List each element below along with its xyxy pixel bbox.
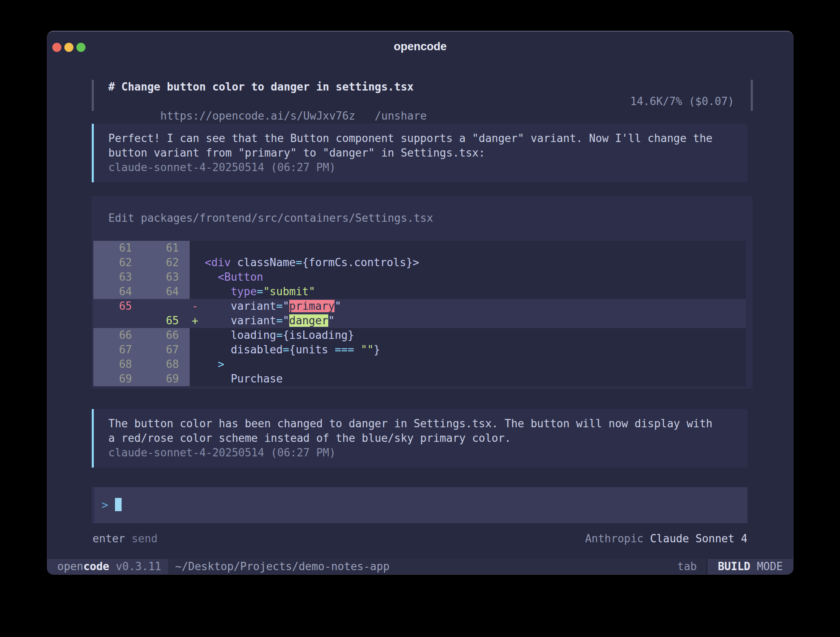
code-token: variant bbox=[231, 314, 276, 327]
old-line-number: 64 bbox=[93, 284, 143, 299]
old-line-number: 67 bbox=[93, 343, 143, 357]
code-token bbox=[192, 358, 218, 370]
old-line-number bbox=[93, 314, 143, 328]
diff-code-line: disabled={units === ""} bbox=[190, 343, 746, 357]
new-line-number: 61 bbox=[143, 241, 190, 255]
code-token: {formCs.controls}> bbox=[302, 256, 419, 269]
code-token: type bbox=[231, 285, 257, 298]
old-line-number: 65 bbox=[93, 299, 143, 314]
share-url: https://opencode.ai/s/UwJxv76z bbox=[160, 110, 355, 122]
app-version-segment: opencode v0.3.11 bbox=[47, 559, 168, 574]
message-text: Perfect! I can see that the Button compo… bbox=[108, 131, 747, 146]
old-line-number: 68 bbox=[93, 357, 143, 372]
old-line-number: 69 bbox=[93, 372, 143, 386]
code-token bbox=[198, 300, 231, 312]
unshare-command: /unshare bbox=[375, 110, 427, 122]
tab-key-hint: tab bbox=[677, 559, 697, 574]
code-token bbox=[192, 372, 231, 385]
code-token: " bbox=[283, 314, 289, 327]
code-token: Purchase bbox=[231, 372, 283, 385]
old-line-number: 66 bbox=[93, 328, 143, 343]
session-header: # Change button color to danger in setti… bbox=[92, 80, 753, 111]
send-hint-label: send bbox=[132, 532, 158, 545]
diff-row: 65+ variant="danger" bbox=[93, 314, 746, 328]
working-directory: ~/Desktop/Projects/demo-notes-app bbox=[175, 559, 390, 574]
code-token: {units bbox=[289, 343, 335, 356]
diff-code-line: > bbox=[190, 357, 746, 372]
header-right-rule bbox=[751, 80, 753, 111]
edit-tool-block: Edit packages/frontend/src/containers/Se… bbox=[92, 196, 752, 389]
diff-code-line bbox=[190, 241, 746, 255]
old-line-number: 61 bbox=[93, 241, 143, 255]
code-token: === bbox=[335, 343, 354, 356]
message-text: button variant from "primary" to "danger… bbox=[108, 146, 747, 160]
old-line-number: 62 bbox=[93, 255, 143, 270]
window-title: opencode bbox=[47, 32, 793, 61]
new-line-number: 63 bbox=[143, 270, 190, 284]
text-cursor bbox=[115, 498, 122, 511]
new-line-number: 69 bbox=[143, 372, 190, 386]
message-text: a red/rose color scheme instead of the b… bbox=[108, 431, 747, 446]
code-token: " bbox=[328, 314, 335, 327]
code-token: disabled bbox=[231, 343, 283, 356]
model-indicator: Anthropic Claude Sonnet 4 bbox=[585, 532, 747, 546]
new-line-number: 67 bbox=[143, 343, 190, 357]
titlebar: opencode bbox=[47, 32, 793, 61]
enter-hint: enter send bbox=[93, 532, 158, 546]
diff-code-line: Purchase bbox=[190, 372, 746, 386]
new-line-number: 66 bbox=[143, 328, 190, 343]
code-token: - bbox=[192, 300, 198, 312]
code-token: = bbox=[276, 314, 283, 327]
assistant-message: The button color has been changed to dan… bbox=[92, 409, 747, 468]
code-token bbox=[354, 343, 361, 356]
code-token: className bbox=[231, 256, 296, 269]
diff-row: 6666 loading={isLoading} bbox=[93, 328, 746, 343]
code-token bbox=[198, 314, 231, 327]
new-line-number: 65 bbox=[143, 314, 190, 328]
code-token: primary bbox=[289, 300, 335, 312]
code-token: = bbox=[295, 256, 302, 269]
diff-code-line: type="submit" bbox=[190, 284, 746, 299]
diff-row: 6262 <div className={formCs.controls}> bbox=[93, 255, 746, 270]
code-token bbox=[192, 256, 205, 269]
status-bar: opencode v0.3.11 ~/Desktop/Projects/demo… bbox=[47, 559, 793, 574]
code-token bbox=[192, 285, 231, 298]
diff-code-line: - variant="primary" bbox=[190, 299, 746, 314]
code-token: <Button bbox=[218, 271, 264, 283]
model-name: Claude Sonnet 4 bbox=[650, 532, 747, 545]
code-token: = bbox=[276, 300, 283, 312]
message-text: The button color has been changed to dan… bbox=[108, 416, 747, 431]
code-token: > bbox=[218, 358, 225, 370]
header-left-rule bbox=[92, 80, 94, 111]
code-token: = bbox=[276, 329, 283, 341]
hint-row: enter send Anthropic Claude Sonnet 4 bbox=[92, 532, 753, 546]
code-token: "" bbox=[361, 343, 374, 356]
code-token: loading bbox=[231, 329, 276, 341]
message-model-timestamp: claude-sonnet-4-20250514 (06:27 PM) bbox=[108, 446, 747, 460]
diff-code-line: <div className={formCs.controls}> bbox=[190, 255, 746, 270]
app-name: code bbox=[83, 560, 110, 573]
prompt-input[interactable]: > bbox=[92, 487, 747, 523]
code-token: <div bbox=[205, 256, 231, 269]
message-model-timestamp: claude-sonnet-4-20250514 (06:27 PM) bbox=[108, 160, 747, 175]
prompt-symbol: > bbox=[102, 499, 108, 511]
mode-value: BUILD bbox=[718, 560, 750, 573]
code-token: variant bbox=[231, 300, 276, 312]
diff-row: 6161 bbox=[93, 241, 746, 255]
code-token: "submit" bbox=[263, 285, 315, 298]
code-token bbox=[192, 343, 231, 356]
code-token: danger bbox=[289, 314, 328, 327]
code-token: } bbox=[374, 343, 380, 356]
diff-row: 6969 Purchase bbox=[93, 372, 746, 386]
session-title: # Change button color to danger in setti… bbox=[108, 80, 414, 94]
desktop-background: opencode # Change button color to danger… bbox=[0, 0, 840, 637]
diff-code-line: loading={isLoading} bbox=[190, 328, 746, 343]
code-token: + bbox=[192, 314, 198, 327]
code-token: {isLoading} bbox=[283, 329, 354, 341]
old-line-number: 63 bbox=[93, 270, 143, 284]
mode-segment: BUILD MODE bbox=[706, 559, 793, 574]
new-line-number: 68 bbox=[143, 357, 190, 372]
app-version: v0.3.11 bbox=[109, 560, 161, 573]
code-token bbox=[192, 271, 218, 283]
code-token: = bbox=[257, 285, 264, 298]
